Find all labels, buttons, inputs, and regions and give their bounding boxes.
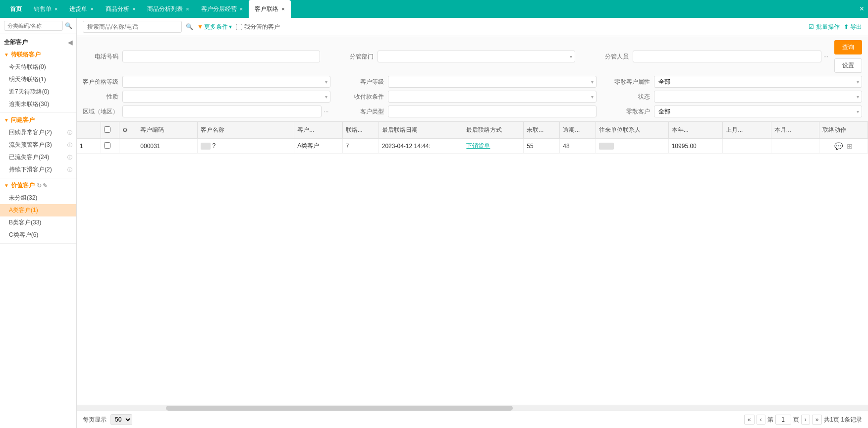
repurchase-info-icon[interactable]: ⓘ bbox=[67, 129, 72, 136]
status-field: 状态 ▾ bbox=[614, 91, 862, 103]
next-page-btn[interactable]: › bbox=[801, 415, 810, 425]
value-edit-icon[interactable]: ✎ bbox=[43, 182, 48, 189]
settings-button[interactable]: 设置 bbox=[834, 58, 862, 73]
col-prev-contact[interactable]: 往来单位联系人 bbox=[596, 122, 668, 139]
value-refresh-icon[interactable]: ↻ bbox=[37, 182, 42, 189]
sidebar-all-customers-header[interactable]: 全部客户 ◀ bbox=[0, 34, 76, 49]
close-salesorder-icon[interactable]: × bbox=[54, 6, 57, 12]
sidebar-item-churned[interactable]: 已流失客户(24) ⓘ bbox=[0, 151, 76, 163]
status-select[interactable] bbox=[654, 91, 862, 103]
region-more-icon[interactable]: ··· bbox=[322, 108, 330, 115]
last-method-link[interactable]: 下销货单 bbox=[466, 142, 490, 149]
price-level-select[interactable] bbox=[122, 76, 330, 88]
col-not-contact[interactable]: 未联... bbox=[524, 122, 560, 139]
col-gear[interactable]: ⚙ bbox=[119, 122, 137, 139]
cell-not-contact: 55 bbox=[524, 139, 560, 154]
churn-warning-info-icon[interactable]: ⓘ bbox=[67, 142, 72, 149]
sidebar-item-churn-warning[interactable]: 流失预警客户(3) ⓘ bbox=[0, 139, 76, 151]
sidebar-item-tomorrow[interactable]: 明天待联络(1) bbox=[0, 73, 76, 86]
retail-select[interactable]: 全部 bbox=[654, 106, 862, 117]
retail-attr-select[interactable]: 全部 bbox=[654, 76, 862, 88]
sidebar-search-input[interactable] bbox=[4, 21, 63, 31]
col-this-year[interactable]: 本年... bbox=[668, 122, 723, 139]
cust-type-input[interactable] bbox=[388, 106, 596, 117]
filter-more-btn[interactable]: ▼ 更多条件 ▾ bbox=[197, 23, 232, 31]
cust-level-select[interactable] bbox=[388, 76, 596, 88]
problem-customers-title[interactable]: ▼ 问题客户 bbox=[0, 114, 76, 126]
pending-contact-group: ▼ 待联络客户 今天待联络(0) 明天待联络(1) 近7天待联络(0) 逾期未联… bbox=[0, 49, 76, 113]
close-purchase-icon[interactable]: × bbox=[90, 6, 93, 12]
action-chat-icon[interactable]: 💬 bbox=[834, 142, 843, 150]
problem-customers-group: ▼ 问题客户 回购异常客户(2) ⓘ 流失预警客户(3) ⓘ 已流失客户(24)… bbox=[0, 114, 76, 178]
row-checkbox[interactable] bbox=[104, 142, 110, 149]
nav-tab-purchase[interactable]: 进货单 × bbox=[63, 0, 99, 18]
sidebar-search-icon[interactable]: 🔍 bbox=[65, 22, 72, 29]
col-overdue[interactable]: 逾期... bbox=[560, 122, 596, 139]
region-label: 区域（地区） bbox=[83, 107, 122, 116]
batch-op-btn[interactable]: ☑ 批量操作 bbox=[809, 23, 839, 31]
sidebar-item-repurchase-abnormal[interactable]: 回购异常客户(2) ⓘ bbox=[0, 126, 76, 139]
prev-page-btn[interactable]: ‹ bbox=[757, 415, 765, 425]
close-product-list-icon[interactable]: × bbox=[186, 6, 189, 12]
filter-search-icon[interactable]: 🔍 bbox=[186, 23, 193, 30]
export-btn[interactable]: ⬆ 导出 bbox=[844, 23, 862, 31]
col-contact[interactable]: 联络... bbox=[342, 122, 379, 139]
sidebar-item-class-a[interactable]: A类客户(1) bbox=[0, 204, 76, 216]
person-input[interactable] bbox=[633, 51, 821, 62]
col-cust-type[interactable]: 客户... bbox=[294, 122, 342, 139]
col-last-method[interactable]: 最后联络方式 bbox=[463, 122, 524, 139]
col-last-date[interactable]: 最后联络日期 bbox=[379, 122, 463, 139]
select-all-checkbox[interactable] bbox=[104, 126, 110, 133]
col-last-month[interactable]: 上月... bbox=[723, 122, 771, 139]
col-name[interactable]: 客户名称 bbox=[198, 122, 294, 139]
gender-select[interactable] bbox=[122, 91, 330, 103]
all-customers-label: 全部客户 bbox=[4, 38, 28, 47]
page-size-select[interactable]: 50 bbox=[110, 414, 132, 425]
declining-info-icon[interactable]: ⓘ bbox=[67, 166, 72, 173]
person-field: 分管人员 ··· bbox=[593, 51, 830, 62]
col-this-month[interactable]: 本月... bbox=[771, 122, 819, 139]
region-input[interactable] bbox=[122, 106, 322, 117]
value-customers-title[interactable]: ▼ 价值客户 ↻ ✎ bbox=[0, 179, 76, 192]
sidebar-item-overdue-contact[interactable]: 逾期未联络(30) bbox=[0, 98, 76, 110]
last-page-btn[interactable]: » bbox=[812, 415, 822, 425]
churned-info-icon[interactable]: ⓘ bbox=[67, 154, 72, 161]
my-customers-checkbox[interactable]: 我分管的客户 bbox=[236, 23, 280, 31]
payment-select[interactable] bbox=[388, 91, 596, 103]
query-button[interactable]: 查询 bbox=[834, 40, 862, 54]
close-customer-segment-icon[interactable]: × bbox=[240, 6, 243, 12]
status-label: 状态 bbox=[614, 93, 654, 101]
nav-tab-product-analysis[interactable]: 商品分析 × bbox=[100, 0, 141, 18]
dept-select[interactable] bbox=[378, 51, 575, 62]
nav-close-all[interactable]: × bbox=[860, 4, 864, 13]
scrollbar-thumb[interactable] bbox=[166, 406, 513, 411]
close-product-analysis-icon[interactable]: × bbox=[132, 6, 135, 12]
col-code[interactable]: 客户编码 bbox=[137, 122, 198, 139]
person-more-icon[interactable]: ··· bbox=[821, 53, 830, 60]
nav-tab-customer-segment[interactable]: 客户分层经营 × bbox=[195, 0, 249, 18]
pending-contact-title[interactable]: ▼ 待联络客户 bbox=[0, 49, 76, 61]
close-customer-contact-icon[interactable]: × bbox=[281, 6, 284, 12]
sidebar-item-class-b[interactable]: B类客户(33) bbox=[0, 216, 76, 229]
nav-tab-product-list[interactable]: 商品分析列表 × bbox=[141, 0, 195, 18]
sidebar-collapse-icon[interactable]: ◀ bbox=[68, 39, 72, 46]
sidebar-item-class-c[interactable]: C类客户(6) bbox=[0, 229, 76, 241]
batch-op-checkbox-icon: ☑ bbox=[809, 23, 814, 30]
nav-tab-customer-contact[interactable]: 客户联络 × bbox=[249, 0, 290, 18]
price-level-field: 客户价格等级 ▾ bbox=[83, 76, 330, 88]
sidebar-item-declining[interactable]: 持续下滑客户(2) ⓘ bbox=[0, 163, 76, 176]
phone-input[interactable] bbox=[122, 51, 320, 62]
page-number-input[interactable]: 1 bbox=[775, 415, 791, 425]
first-page-btn[interactable]: « bbox=[744, 415, 755, 425]
cell-last-month bbox=[723, 139, 771, 154]
sidebar-item-today[interactable]: 今天待联络(0) bbox=[0, 61, 76, 73]
sidebar-item-ungroup[interactable]: 未分组(32) bbox=[0, 192, 76, 204]
nav-home[interactable]: 首页 bbox=[4, 5, 28, 13]
action-qr-icon[interactable]: ⊞ bbox=[847, 142, 853, 150]
nav-tab-salesorder[interactable]: 销售单 × bbox=[28, 0, 63, 18]
my-customers-check[interactable] bbox=[236, 24, 242, 30]
sidebar-item-7days[interactable]: 近7天待联络(0) bbox=[0, 86, 76, 98]
filter-search-input[interactable] bbox=[83, 21, 182, 33]
region-field: 区域（地区） ··· bbox=[83, 106, 330, 117]
horizontal-scrollbar[interactable] bbox=[77, 405, 868, 411]
